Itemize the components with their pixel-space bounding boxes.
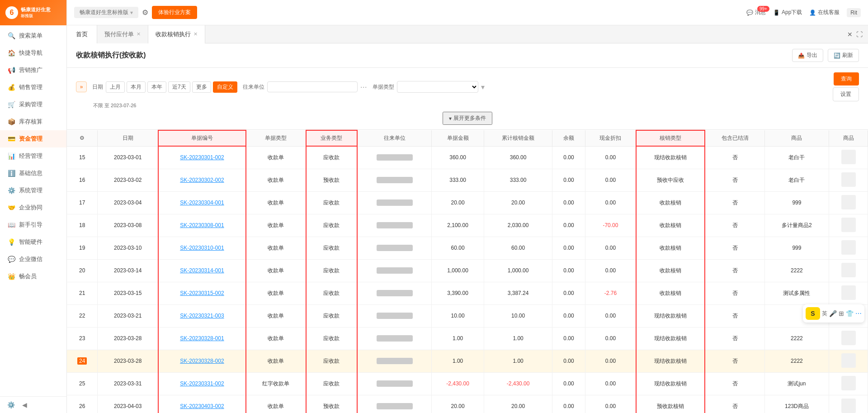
sidebar-item-quick-nav[interactable]: 🏠快捷导航 <box>0 44 66 62</box>
table-row[interactable]: 20 2023-03-14 SK-20230314-001 收款单 应收款 1,… <box>67 259 868 282</box>
table-row[interactable]: 24 2023-03-28 SK-20230328-002 收款单 应收款 1.… <box>67 350 868 372</box>
refresh-btn[interactable]: 🔄 刷新 <box>828 49 859 62</box>
float-shirt[interactable]: 👕 <box>846 310 854 317</box>
col-accumulated[interactable]: 累计核销金额 <box>484 130 552 146</box>
col-amount[interactable]: 单据金额 <box>432 130 484 146</box>
table-row[interactable]: 17 2023-03-04 SK-20230304-001 收款单 应收款 20… <box>67 191 868 214</box>
date-last-month[interactable]: 上月 <box>106 81 125 93</box>
tab-collection[interactable]: 收款核销执行 ✕ <box>148 25 205 43</box>
query-btn[interactable]: 查询 <box>834 72 859 85</box>
sidebar-item-operations[interactable]: 📊经营管理 <box>0 147 66 165</box>
voucher-link[interactable]: SK-20230308-001 <box>180 222 224 228</box>
date-this-month[interactable]: 本月 <box>127 81 146 93</box>
voucher-link[interactable]: SK-20230321-003 <box>180 313 224 319</box>
cell-voucher-no: SK-20230302-002 <box>158 169 246 191</box>
online-service-btn[interactable]: 👤 在线客服 <box>809 9 840 16</box>
voucher-link[interactable]: SK-20230403-002 <box>180 403 224 409</box>
voucher-link[interactable]: SK-20230328-002 <box>180 358 224 364</box>
table-row[interactable]: 26 2023-04-03 SK-20230403-002 收款单 预收款 20… <box>67 395 868 413</box>
cell-num: 23 <box>67 327 98 350</box>
table-row[interactable]: 15 2023-03-01 SK-20230301-002 收款单 应收款 36… <box>67 146 868 169</box>
col-cash-discount[interactable]: 现金折扣 <box>585 130 636 146</box>
cell-voucher-type: 收款单 <box>246 350 306 372</box>
sidebar-item-hardware[interactable]: 💡智能硬件 <box>0 233 66 251</box>
message-btn[interactable]: 💬 消息 99+ <box>746 9 766 16</box>
sidebar-item-search[interactable]: 🔍搜索菜单 <box>0 27 66 44</box>
col-voucher-no[interactable]: 单据编号 <box>158 130 246 146</box>
cell-product: 多计量商品2 <box>764 214 829 237</box>
tab-collection-close[interactable]: ✕ <box>193 31 198 37</box>
table-row[interactable]: 18 2023-03-08 SK-20230308-001 收款单 应收款 2,… <box>67 214 868 237</box>
cell-include-settled: 否 <box>705 237 764 259</box>
date-this-year[interactable]: 本年 <box>147 81 166 93</box>
app-download-btn[interactable]: 📱 App下载 <box>773 9 802 16</box>
col-balance[interactable]: 余额 <box>552 130 585 146</box>
sidebar-item-basic[interactable]: ℹ️基础信息 <box>0 165 66 182</box>
collapse-icon[interactable]: ◀ <box>22 401 27 408</box>
voucher-link[interactable]: SK-20230315-002 <box>180 290 224 296</box>
col-voucher-type[interactable]: 单据类型 <box>246 130 306 146</box>
table-row[interactable]: 22 2023-03-21 SK-20230321-003 收款单 应收款 10… <box>67 304 868 327</box>
cell-accumulated: 360.00 <box>484 146 552 169</box>
sidebar-label-sales: 销售管理 <box>19 83 42 91</box>
sidebar: 6 畅康道好生意 标推版 🔍搜索菜单🏠快捷导航📢营销推广💰销售管理🛒采购管理📦库… <box>0 0 67 413</box>
float-grid[interactable]: ⊞ <box>839 310 844 317</box>
float-mic[interactable]: 🎤 <box>829 310 837 317</box>
voucher-link[interactable]: SK-20230302-002 <box>180 177 224 183</box>
col-settings[interactable]: ⚙ <box>67 130 98 146</box>
table-row[interactable]: 25 2023-03-31 SK-20230331-002 红字收款单 应收款 … <box>67 372 868 395</box>
cell-date: 2023-03-10 <box>98 237 158 259</box>
date-custom[interactable]: 自定义 <box>213 81 237 93</box>
col-cancel-type[interactable]: 核销类型 <box>636 130 705 146</box>
sidebar-item-system[interactable]: ⚙️系统管理 <box>0 182 66 199</box>
user-profile[interactable]: Rit <box>847 8 861 17</box>
voucher-dropdown-icon[interactable]: ▾ <box>481 83 485 91</box>
date-7days[interactable]: 近7天 <box>168 81 190 93</box>
sidebar-item-finance[interactable]: 💳资金管理 <box>0 130 66 147</box>
col-product[interactable]: 商品 <box>764 130 829 146</box>
partner-input[interactable] <box>267 81 358 92</box>
voucher-link[interactable]: SK-20230314-001 <box>180 267 224 274</box>
col-partner[interactable]: 往来单位 <box>357 130 431 146</box>
col-product-img[interactable]: 商品 <box>829 130 868 146</box>
sidebar-item-wechat[interactable]: 💬企业微信 <box>0 251 66 268</box>
settings-icon[interactable]: ⚙️ <box>7 401 15 408</box>
table-row[interactable]: 23 2023-03-28 SK-20230328-001 收款单 应收款 1.… <box>67 327 868 350</box>
topbar-gear-icon[interactable]: ⚙ <box>142 8 148 17</box>
expand-more-btn[interactable]: ▾ 展开更多条件 <box>443 112 492 125</box>
cell-product: 测试jun <box>764 372 829 395</box>
tab-prepay[interactable]: 预付应付单 ✕ <box>97 25 148 43</box>
col-include-settled[interactable]: 包含已结清 <box>705 130 764 146</box>
sidebar-item-purchase[interactable]: 🛒采购管理 <box>0 96 66 113</box>
float-apps[interactable]: ⋯ <box>855 310 862 317</box>
col-date[interactable]: 日期 <box>98 130 158 146</box>
filter-expand-btn[interactable]: » <box>76 81 87 92</box>
sidebar-item-enterprise[interactable]: 🤝企业协同 <box>0 199 66 216</box>
tab-maximize-icon[interactable]: ⛶ <box>856 31 863 38</box>
export-btn[interactable]: 📤 导出 <box>792 49 823 62</box>
sidebar-item-sales[interactable]: 💰销售管理 <box>0 79 66 96</box>
sidebar-item-marketing[interactable]: 📢营销推广 <box>0 62 66 79</box>
sidebar-item-member[interactable]: 👑畅会员 <box>0 268 66 285</box>
sidebar-item-guide[interactable]: 📖新手引导 <box>0 216 66 233</box>
voucher-link[interactable]: SK-20230331-002 <box>180 380 224 387</box>
sidebar-icon-finance: 💳 <box>7 135 15 142</box>
partner-ellipsis[interactable]: ··· <box>360 82 367 92</box>
voucher-link[interactable]: SK-20230328-001 <box>180 335 224 342</box>
sidebar-item-inventory[interactable]: 📦库存核算 <box>0 113 66 130</box>
tab-close-all-icon[interactable]: ✕ <box>847 31 853 38</box>
voucher-link[interactable]: SK-20230304-001 <box>180 199 224 206</box>
table-row[interactable]: 21 2023-03-15 SK-20230315-002 收款单 应收款 3,… <box>67 282 868 304</box>
voucher-link[interactable]: SK-20230310-001 <box>180 245 224 251</box>
voucher-link[interactable]: SK-20230301-002 <box>180 154 224 161</box>
tab-prepay-close[interactable]: ✕ <box>137 31 141 37</box>
voucher-type-select[interactable] <box>397 81 478 93</box>
date-more[interactable]: 更多 <box>192 81 211 93</box>
col-biz-type[interactable]: 业务类型 <box>306 130 357 146</box>
table-row[interactable]: 19 2023-03-10 SK-20230310-001 收款单 应收款 60… <box>67 237 868 259</box>
table-row[interactable]: 16 2023-03-02 SK-20230302-002 收款单 预收款 33… <box>67 169 868 191</box>
tab-home[interactable]: 首页 <box>67 25 97 43</box>
setting-btn[interactable]: 设置 <box>833 87 859 101</box>
cell-cancel-type: 收款核销 <box>636 259 705 282</box>
industry-btn[interactable]: 体验行业方案 <box>152 6 197 19</box>
